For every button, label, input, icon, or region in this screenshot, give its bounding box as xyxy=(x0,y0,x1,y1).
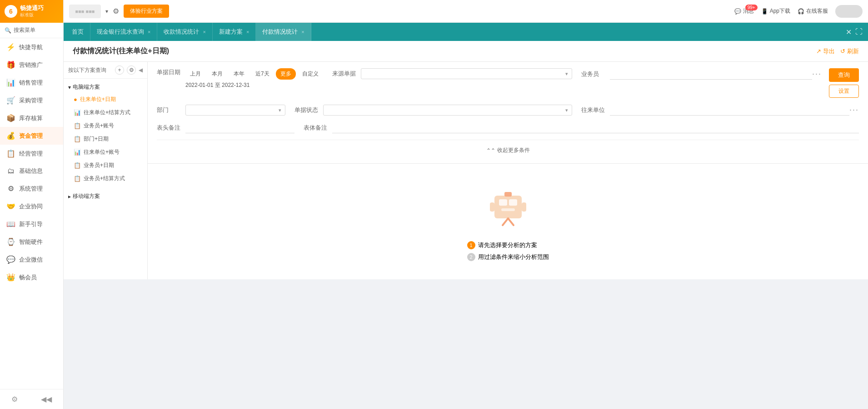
header-note-filter: 表头备注 xyxy=(157,122,294,133)
sidebar-item-system[interactable]: ⚙ 系统管理 xyxy=(0,180,63,197)
sidebar-item-wechat[interactable]: 💬 企业微信 xyxy=(0,251,63,268)
sidebar-item-label: 经营管理 xyxy=(19,150,43,158)
topbar: ■■■ ■■■ ▾ ⚙ 体验行业方案 💬 消息 99+ 📱 App下载 🎧 在线… xyxy=(64,0,868,23)
scheme-item-staff-account[interactable]: 📋 业务员+账号 xyxy=(64,119,147,132)
svg-rect-3 xyxy=(501,208,515,211)
tabs-expand-btn[interactable]: ⛶ xyxy=(855,28,863,36)
tab-home[interactable]: 首页 xyxy=(65,23,90,41)
date-more[interactable]: 更多 xyxy=(276,68,296,80)
sidebar-settings-btn[interactable]: ⚙ xyxy=(8,393,21,405)
topbar-right: 💬 消息 99+ 📱 App下载 🎧 在线客服 xyxy=(734,5,863,18)
sidebar-search[interactable]: 🔍 搜索菜单 xyxy=(0,23,63,38)
tab-cashflow[interactable]: 现金银行流水查询 × xyxy=(90,23,157,41)
date-last7[interactable]: 近7天 xyxy=(251,68,274,80)
tab-payments[interactable]: 付款情况统计 × xyxy=(256,23,311,41)
guide-icon: 📖 xyxy=(6,220,15,228)
scheme-item-partner-payment[interactable]: 📊 往来单位+结算方式 xyxy=(64,106,147,119)
filter-section: 单据日期 上月 本月 本年 近7天 更多 自定义 20 xyxy=(148,62,868,163)
sidebar-item-label: 资金管理 xyxy=(19,132,43,140)
sidebar-item-hardware[interactable]: ⌚ 智能硬件 xyxy=(0,233,63,251)
scheme-add-btn[interactable]: + xyxy=(115,66,124,75)
date-filter: 单据日期 上月 本月 本年 近7天 更多 自定义 20 xyxy=(157,68,323,89)
trial-btn[interactable]: 体验行业方案 xyxy=(124,5,169,18)
scheme-item-staff-payment[interactable]: 📋 业务员+结算方式 xyxy=(64,172,147,185)
date-prev-month[interactable]: 上月 xyxy=(185,68,205,80)
scheme-item-partner-date[interactable]: ● 往来单位+日期 xyxy=(64,93,147,106)
scheme-group-desktop-header[interactable]: ▾ 电脑端方案 xyxy=(64,81,147,93)
export-btn[interactable]: ↗ 导出 xyxy=(816,47,835,56)
sidebar-item-label: 企业协同 xyxy=(19,202,43,211)
source-doc-select[interactable] xyxy=(361,68,573,79)
scheme-group-mobile-header[interactable]: ▸ 移动端方案 xyxy=(64,191,147,202)
header-note-label: 表头备注 xyxy=(157,124,182,132)
staff-input[interactable] xyxy=(610,68,812,80)
date-cur-year[interactable]: 本年 xyxy=(229,68,249,80)
doc-status-filter: 单据状态 xyxy=(294,105,572,116)
action-buttons: 查询 设置 xyxy=(829,68,859,98)
header-note-input[interactable] xyxy=(185,122,294,133)
tab-payments-close[interactable]: × xyxy=(301,29,304,35)
filter-row-3: 表头备注 表体备注 xyxy=(157,122,859,133)
collapse-btn[interactable]: ⌃⌃ 收起更多条件 xyxy=(157,144,859,157)
sidebar-item-inventory[interactable]: 📦 库存核算 xyxy=(0,109,63,127)
tab-receipts[interactable]: 收款情况统计 × xyxy=(157,23,212,41)
empty-step-2: 2 用过滤条件来缩小分析范围 xyxy=(467,253,549,261)
basics-icon: 🗂 xyxy=(6,167,15,175)
scheme-item-staff-date[interactable]: 📋 业务员+日期 xyxy=(64,159,147,172)
app-download-btn[interactable]: 📱 App下载 xyxy=(761,7,790,15)
scheme-group-mobile-label: 移动端方案 xyxy=(73,192,100,200)
staff-dots-btn[interactable]: ··· xyxy=(812,69,822,79)
scheme-group-desktop-label: 电脑端方案 xyxy=(73,83,100,91)
topbar-settings-icon[interactable]: ⚙ xyxy=(113,7,119,15)
sidebar-item-enterprise[interactable]: 🤝 企业协同 xyxy=(0,197,63,215)
body-note-input[interactable] xyxy=(332,122,859,133)
search-icon: 🔍 xyxy=(5,27,11,34)
scheme-item-partner-account[interactable]: 📊 往来单位+账号 xyxy=(64,146,147,159)
sidebar-item-finance[interactable]: 💰 资金管理 xyxy=(0,127,63,145)
sidebar-item-guide[interactable]: 📖 新手引导 xyxy=(0,215,63,233)
online-service-btn[interactable]: 🎧 在线客服 xyxy=(798,7,828,15)
scheme-item-dept-date[interactable]: 📋 部门+日期 xyxy=(64,132,147,146)
svg-line-8 xyxy=(508,218,514,225)
date-custom[interactable]: 自定义 xyxy=(298,68,323,80)
refresh-btn[interactable]: ↺ 刷新 xyxy=(840,47,859,56)
scheme-settings-btn[interactable]: ⚙ xyxy=(127,66,136,75)
doc-status-select[interactable] xyxy=(323,105,572,116)
sidebar-collapse-btn[interactable]: ◀◀ xyxy=(37,393,55,405)
tab-receipts-close[interactable]: × xyxy=(203,29,205,35)
dept-select[interactable] xyxy=(185,105,285,116)
partner-dots-btn[interactable]: ··· xyxy=(849,105,859,115)
sidebar-item-member[interactable]: 👑 畅会员 xyxy=(0,268,63,286)
svg-rect-5 xyxy=(490,202,494,212)
date-cur-month[interactable]: 本月 xyxy=(207,68,227,80)
tabs-close-btn[interactable]: ✕ xyxy=(846,28,852,36)
svg-rect-6 xyxy=(522,202,526,212)
filter-row-2: 部门 单据状态 xyxy=(157,104,859,116)
page-title: 付款情况统计(往来单位+日期) xyxy=(73,46,169,56)
sidebar-item-marketing[interactable]: 🎁 营销推广 xyxy=(0,56,63,74)
body-note-label: 表体备注 xyxy=(304,124,329,132)
source-doc-chevron xyxy=(565,71,568,77)
tab-new-scheme-close[interactable]: × xyxy=(246,29,249,35)
member-icon: 👑 xyxy=(6,273,15,282)
settings-btn[interactable]: 设置 xyxy=(829,85,859,98)
sidebar-item-sales[interactable]: 📊 销售管理 xyxy=(0,74,63,91)
topbar-user-avatar[interactable] xyxy=(835,5,863,18)
sidebar-item-purchase[interactable]: 🛒 采购管理 xyxy=(0,91,63,109)
scheme-collapse-btn[interactable]: ◀ xyxy=(139,67,143,73)
dept-chevron xyxy=(279,107,281,113)
sidebar-item-basics[interactable]: 🗂 基础信息 xyxy=(0,162,63,180)
tab-cashflow-close[interactable]: × xyxy=(148,29,150,35)
sidebar-nav: ⚡ 快捷导航 🎁 营销推广 📊 销售管理 🛒 采购管理 📦 库存核算 💰 资金管… xyxy=(0,38,63,389)
tab-home-label: 首页 xyxy=(72,28,84,36)
sidebar-item-operations[interactable]: 📋 经营管理 xyxy=(0,145,63,162)
partner-input[interactable] xyxy=(610,104,849,116)
topbar-dropdown-icon[interactable]: ▾ xyxy=(105,8,108,15)
tab-new-scheme[interactable]: 新建方案 × xyxy=(213,23,256,41)
messages-btn[interactable]: 💬 消息 99+ xyxy=(734,7,754,15)
empty-step-2-text: 用过滤条件来缩小分析范围 xyxy=(478,253,549,261)
query-btn[interactable]: 查询 xyxy=(829,68,859,82)
staff-input-area: ··· xyxy=(610,68,822,80)
app-download-label: App下载 xyxy=(770,7,790,15)
sidebar-item-quick-nav[interactable]: ⚡ 快捷导航 xyxy=(0,38,63,56)
